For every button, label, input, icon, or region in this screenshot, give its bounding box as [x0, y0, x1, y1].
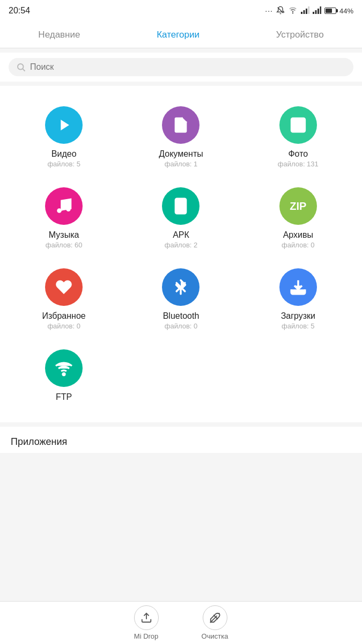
tab-recent[interactable]: Недавние: [27, 24, 91, 46]
svg-rect-5: [308, 6, 309, 14]
svg-rect-3: [303, 10, 305, 14]
music-count: файлов: 60: [46, 241, 83, 249]
svg-line-11: [23, 69, 25, 71]
downloads-count: файлов: 5: [282, 322, 315, 330]
photo-icon-circle: [279, 106, 317, 144]
svg-rect-2: [301, 12, 302, 14]
battery-icon: [324, 8, 336, 14]
category-photo[interactable]: Фото файлов: 131: [240, 97, 357, 178]
documents-count: файлов: 1: [165, 160, 198, 168]
apps-title: Приложения: [11, 436, 67, 447]
upload-icon: [141, 612, 152, 624]
bluetooth-icon-circle: [162, 268, 200, 306]
svg-rect-7: [315, 10, 316, 14]
tab-device[interactable]: Устройство: [265, 24, 335, 46]
music-label: Музыка: [49, 230, 79, 240]
bluetooth-count: файлов: 0: [165, 322, 198, 330]
search-bar: [0, 53, 362, 82]
documents-icon-circle: [162, 106, 200, 144]
midrop-label: Mi Drop: [134, 632, 159, 640]
ftp-label: FTP: [56, 392, 72, 402]
clean-button[interactable]: Очистка: [202, 605, 228, 640]
video-count: файлов: 5: [47, 160, 80, 168]
search-input[interactable]: [30, 62, 346, 72]
bluetooth-label: Bluetooth: [163, 311, 200, 321]
svg-point-22: [63, 373, 65, 375]
search-icon: [16, 62, 26, 72]
video-label: Видео: [51, 149, 77, 159]
svg-rect-8: [317, 9, 319, 14]
category-favorites[interactable]: Избранное файлов: 0: [5, 259, 122, 340]
clean-label: Очистка: [202, 632, 228, 640]
status-time: 20:54: [9, 6, 30, 16]
category-video[interactable]: Видео файлов: 5: [5, 97, 122, 178]
apk-count: файлов: 2: [165, 241, 198, 249]
category-ftp[interactable]: FTP: [5, 340, 122, 412]
clean-icon: [209, 612, 221, 624]
bottom-bar: Mi Drop Очистка: [0, 601, 362, 644]
svg-rect-4: [306, 9, 307, 14]
archives-icon-circle: ZIP: [279, 187, 317, 225]
svg-point-16: [66, 207, 71, 211]
tabs: Недавние Категории Устройство: [0, 21, 362, 48]
category-bluetooth[interactable]: Bluetooth файлов: 0: [122, 259, 239, 340]
apk-icon-circle: [162, 187, 200, 225]
photo-count: файлов: 131: [278, 160, 319, 168]
tab-categories[interactable]: Категории: [146, 24, 210, 46]
midrop-button[interactable]: Mi Drop: [134, 605, 159, 640]
category-documents[interactable]: Документы файлов: 1: [122, 97, 239, 178]
clean-icon-circle: [203, 605, 227, 630]
ftp-icon-circle: [45, 349, 83, 387]
music-icon-circle: [45, 187, 83, 225]
svg-point-15: [57, 208, 62, 213]
archives-count: файлов: 0: [282, 241, 315, 249]
archives-label: Архивы: [283, 230, 313, 240]
downloads-label: Загрузки: [281, 311, 315, 321]
signal1-icon: [301, 6, 309, 16]
apps-section: Приложения: [0, 427, 362, 453]
signal2-icon: [313, 6, 321, 16]
svg-point-10: [18, 64, 24, 70]
wifi-icon: [288, 6, 298, 16]
battery-percent: 44%: [339, 7, 353, 15]
svg-rect-6: [313, 12, 314, 14]
category-music[interactable]: Музыка файлов: 60: [5, 178, 122, 259]
svg-marker-12: [61, 120, 69, 130]
svg-point-1: [292, 12, 293, 13]
categories-grid: Видео файлов: 5 Документы файлов: 1 Фото…: [5, 97, 357, 412]
dots-icon: ···: [265, 6, 273, 15]
video-icon-circle: [45, 106, 83, 144]
categories-section: Видео файлов: 5 Документы файлов: 1 Фото…: [0, 86, 362, 422]
svg-point-14: [294, 121, 297, 123]
zip-text: ZIP: [290, 200, 306, 213]
svg-rect-9: [320, 6, 321, 14]
category-archives[interactable]: ZIP Архивы файлов: 0: [240, 178, 357, 259]
documents-label: Документы: [159, 149, 203, 159]
status-icons: ···: [265, 6, 353, 16]
search-wrap[interactable]: [9, 58, 353, 76]
midrop-icon-circle: [134, 605, 159, 630]
favorites-count: файлов: 0: [47, 322, 80, 330]
photo-label: Фото: [288, 149, 308, 159]
downloads-icon-circle: [279, 268, 317, 306]
favorites-icon-circle: [45, 268, 83, 306]
bell-icon: [276, 6, 285, 16]
favorites-label: Избранное: [42, 311, 86, 321]
category-apk[interactable]: АРК файлов: 2: [122, 178, 239, 259]
category-downloads[interactable]: Загрузки файлов: 5: [240, 259, 357, 340]
apk-label: АРК: [173, 230, 189, 240]
status-bar: 20:54 ···: [0, 0, 362, 21]
